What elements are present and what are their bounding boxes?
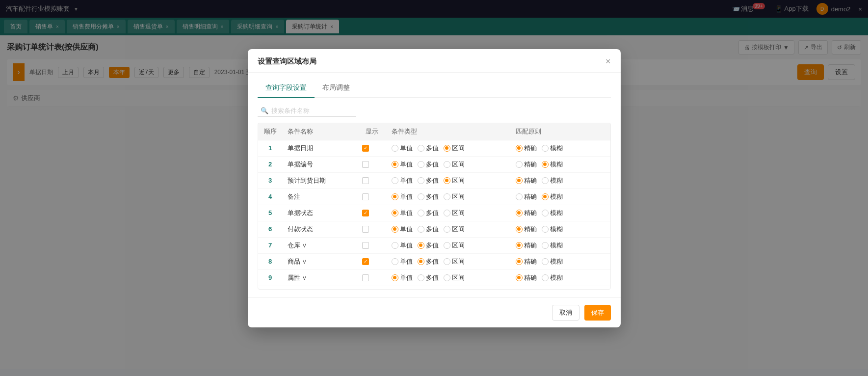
radio-type-区间[interactable]: 区间 (444, 144, 465, 153)
checkbox-display[interactable]: ✓ (362, 258, 369, 265)
radio-type-区间[interactable]: 区间 (444, 257, 465, 266)
tab-layout-adjust[interactable]: 布局调整 (315, 81, 358, 98)
radio-circle (392, 274, 398, 281)
radio-match-精确[interactable]: 精确 (516, 192, 537, 201)
radio-type-单值[interactable]: 单值 (392, 176, 413, 185)
search-input[interactable] (271, 107, 353, 114)
radio-match-精确[interactable]: 精确 (516, 176, 537, 185)
row-order: 5 (258, 205, 283, 221)
radio-match-模糊[interactable]: 模糊 (542, 160, 563, 169)
save-button[interactable]: 保存 (584, 305, 611, 321)
dialog-footer: 取消 保存 (248, 297, 621, 327)
settings-dialog: 设置查询区域布局 × 查询字段设置 布局调整 🔍 (248, 49, 621, 327)
radio-match-精确[interactable]: 精确 (516, 257, 537, 266)
radio-type-多值[interactable]: 多值 (418, 209, 439, 217)
radio-type-区间[interactable]: 区间 (444, 209, 465, 217)
row-display-checkbox[interactable] (357, 286, 387, 290)
radio-match-模糊[interactable]: 模糊 (542, 176, 563, 185)
radio-type-单值[interactable]: 单值 (392, 273, 413, 282)
row-type-options: 单值多值区间 (387, 237, 511, 253)
radio-match-模糊[interactable]: 模糊 (542, 257, 563, 266)
radio-type-区间[interactable]: 区间 (444, 225, 465, 234)
radio-circle (444, 274, 450, 281)
row-display-checkbox[interactable] (357, 156, 387, 172)
radio-match-模糊[interactable]: 模糊 (542, 192, 563, 201)
row-display-checkbox[interactable] (357, 237, 387, 253)
radio-circle (542, 193, 549, 200)
table-row: 3预计到货日期单值多值区间精确模糊 (258, 172, 610, 188)
table-row: 9属性 ∨单值多值区间精确模糊 (258, 269, 610, 286)
row-condition-name: 单据编号 (283, 156, 357, 172)
dialog-tabs: 查询字段设置 布局调整 (258, 81, 611, 98)
radio-type-多值[interactable]: 多值 (418, 176, 439, 185)
radio-type-区间[interactable]: 区间 (444, 241, 465, 250)
radio-circle (392, 242, 398, 249)
cancel-button[interactable]: 取消 (552, 305, 579, 321)
checkbox-display[interactable] (362, 193, 369, 200)
row-display-checkbox[interactable]: ✓ (357, 140, 387, 156)
radio-match-精确[interactable]: 精确 (516, 209, 537, 217)
checkbox-display[interactable]: ✓ (362, 210, 369, 216)
table-row: 4备注单值多值区间精确模糊 (258, 188, 610, 205)
row-match-options: 精确模糊 (511, 188, 610, 205)
radio-type-单值[interactable]: 单值 (392, 160, 413, 169)
checkbox-display[interactable] (362, 226, 369, 233)
radio-circle (444, 210, 450, 216)
dialog-close-button[interactable]: × (605, 57, 611, 66)
radio-match-精确[interactable]: 精确 (516, 144, 537, 153)
row-condition-name: 商品 ∨ (283, 253, 357, 269)
radio-type-单值[interactable]: 单值 (392, 225, 413, 234)
radio-match-精确[interactable]: 精确 (516, 273, 537, 282)
radio-circle (418, 274, 424, 281)
row-display-checkbox[interactable]: ✓ (357, 253, 387, 269)
radio-circle (516, 226, 523, 233)
row-condition-name: 备注 (283, 188, 357, 205)
radio-type-单值[interactable]: 单值 (392, 257, 413, 266)
radio-match-精确[interactable]: 精确 (516, 225, 537, 234)
radio-type-多值[interactable]: 多值 (418, 144, 439, 153)
radio-type-多值[interactable]: 多值 (418, 241, 439, 250)
checkbox-display[interactable] (362, 177, 369, 184)
radio-type-多值[interactable]: 多值 (418, 192, 439, 201)
checkbox-display[interactable] (362, 274, 369, 281)
radio-type-单值[interactable]: 单值 (392, 144, 413, 153)
radio-type-单值[interactable]: 单值 (392, 192, 413, 201)
row-condition-name: 仓库 ∨ (283, 237, 357, 253)
radio-match-模糊[interactable]: 模糊 (542, 225, 563, 234)
checkbox-display[interactable]: ✓ (362, 145, 369, 152)
radio-circle (418, 161, 424, 168)
radio-type-单值[interactable]: 单值 (392, 209, 413, 217)
checkbox-display[interactable] (362, 161, 369, 168)
row-match-options: 精确模糊 (511, 221, 610, 237)
row-condition-name: 预计到货日期 (283, 172, 357, 188)
radio-type-多值[interactable]: 多值 (418, 160, 439, 169)
row-display-checkbox[interactable]: ✓ (357, 205, 387, 221)
radio-type-多值[interactable]: 多值 (418, 273, 439, 282)
radio-match-精确[interactable]: 精确 (516, 241, 537, 250)
radio-match-精确[interactable]: 精确 (516, 160, 537, 169)
radio-type-区间[interactable]: 区间 (444, 273, 465, 282)
radio-circle (542, 226, 549, 233)
row-display-checkbox[interactable] (357, 221, 387, 237)
col-type-header: 条件类型 (387, 123, 511, 140)
radio-match-模糊[interactable]: 模糊 (542, 144, 563, 153)
radio-type-多值[interactable]: 多值 (418, 257, 439, 266)
radio-circle (418, 242, 424, 249)
radio-circle (516, 177, 523, 184)
row-display-checkbox[interactable] (357, 269, 387, 286)
row-display-checkbox[interactable] (357, 172, 387, 188)
radio-type-单值[interactable]: 单值 (392, 241, 413, 250)
row-display-checkbox[interactable] (357, 188, 387, 205)
radio-match-模糊[interactable]: 模糊 (542, 273, 563, 282)
radio-type-多值[interactable]: 多值 (418, 225, 439, 234)
row-match-options: 精确模糊 (511, 253, 610, 269)
row-order: 7 (258, 237, 283, 253)
checkbox-display[interactable] (362, 242, 369, 249)
radio-type-区间[interactable]: 区间 (444, 160, 465, 169)
dialog-title: 设置查询区域布局 (258, 57, 316, 66)
radio-match-模糊[interactable]: 模糊 (542, 209, 563, 217)
radio-type-区间[interactable]: 区间 (444, 176, 465, 185)
radio-match-模糊[interactable]: 模糊 (542, 241, 563, 250)
tab-query-fields[interactable]: 查询字段设置 (258, 81, 315, 98)
radio-type-区间[interactable]: 区间 (444, 192, 465, 201)
